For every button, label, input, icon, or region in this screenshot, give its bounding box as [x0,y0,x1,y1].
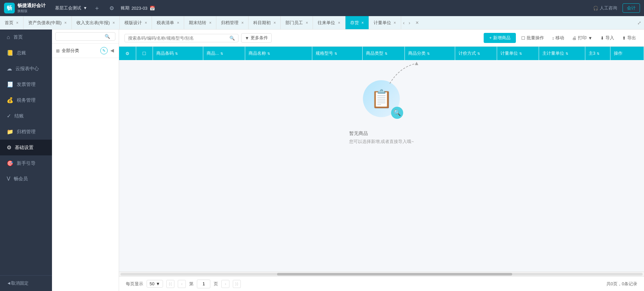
sidebar-item-home-label: 首页 [13,34,23,40]
product-search-box[interactable]: 🔍 [124,34,238,42]
calendar-icon[interactable]: 📅 [150,6,155,11]
batch-icon: ☐ [521,36,525,41]
product-search-input[interactable] [128,36,227,41]
tab-subject[interactable]: 科目期初 × [249,16,281,29]
page-prev-button[interactable]: ‹ [178,280,186,288]
main-layout: ⌂ 首页 📒 总账 ☁ 云报表中心 🧾 发票管理 💰 税务管理 ✓ 结账 📁 归… [0,30,644,291]
batch-label: 批量操作 [527,35,544,41]
col-extra[interactable]: 主3⇅ [585,47,610,60]
page-size-select[interactable]: 50 ▼ [147,280,163,288]
settings-icon[interactable]: ⚙ [107,5,117,11]
import-button[interactable]: ⬇ 导入 [598,34,617,42]
cancel-pin-label: ◄取消固定 [7,280,29,286]
tab-subject-close[interactable]: × [273,20,276,25]
scrollbar-thumb[interactable] [277,273,512,276]
tab-dept-close[interactable]: × [306,20,308,25]
col-checkbox[interactable]: ☐ [136,47,153,60]
sidebar-item-basic[interactable]: ⚙ 基础设置 [0,140,52,155]
col-main-unit[interactable]: 主计量单位⇅ [539,47,585,60]
page-number-input[interactable] [197,280,210,288]
col-settings[interactable]: ⚙ [119,47,136,60]
col-pricing[interactable]: 计价方式⇅ [455,47,497,60]
tab-balance-close[interactable]: × [64,20,67,25]
sidebar-item-invoice[interactable]: 🧾 发票管理 [0,77,52,92]
support-button[interactable]: 🎧 人工咨询 [593,5,617,11]
tab-income[interactable]: 收入支出表(年报) × [72,16,120,29]
tab-tax-close[interactable]: × [177,20,179,25]
tab-income-close[interactable]: × [112,20,115,25]
col-barcode[interactable]: 商品条码⇅ [153,47,203,60]
tab-inventory[interactable]: 存货 × [345,16,369,29]
tab-nav-prev[interactable]: ‹ [401,16,407,29]
tab-period-end-close[interactable]: × [209,20,211,25]
col-type[interactable]: 商品类型⇅ [363,47,405,60]
batch-button[interactable]: ☐ 批量操作 [519,34,547,42]
tab-archive-close[interactable]: × [241,20,244,25]
tab-period-end-label: 期末结转 [189,20,206,26]
company-selector[interactable]: 基层工会测试 ▼ [55,5,87,11]
tab-close-all[interactable]: × [412,16,422,29]
sort-barcode-icon: ⇅ [175,52,178,55]
content-right: 🔍 ▼ 更多条件 + 新增商品 ☐ 批量操作 ↕ 移动 [119,30,644,291]
sort-pricing-icon: ⇅ [477,52,480,55]
col-unit[interactable]: 计量单位⇅ [497,47,539,60]
add-product-button[interactable]: + 新增商品 [484,33,516,43]
sidebar-item-archive[interactable]: 📁 归档管理 [0,124,52,140]
sidebar-item-vip[interactable]: V 畅会员 [0,171,52,187]
print-icon: 🖨 [572,36,577,41]
sidebar-item-ledger[interactable]: 📒 总账 [0,45,52,61]
sidebar-item-guide[interactable]: 🎯 新手引导 [0,155,52,171]
col-spec[interactable]: 规格型号⇅ [312,47,363,60]
export-icon: ⬆ [622,36,626,41]
tab-home-close[interactable]: × [16,20,18,25]
left-panel: 🔍 ⊞ 全部分类 ✎ ◀ [52,30,119,291]
tab-partner-close[interactable]: × [338,20,340,25]
sidebar-item-tax[interactable]: 💰 税务管理 [0,92,52,108]
account-button[interactable]: 会计 [623,3,640,13]
tab-partner[interactable]: 往来单位 × [313,16,345,29]
col-category[interactable]: 商品分类⇅ [405,47,455,60]
empty-arrow-decoration [386,60,427,87]
sidebar-item-settle[interactable]: ✓ 结账 [0,108,52,124]
tab-balance[interactable]: 资产负债表(中期) × [23,16,72,29]
tab-template-close[interactable]: × [145,20,147,25]
tab-dept[interactable]: 部门员工 × [281,16,313,29]
sidebar-item-reports[interactable]: ☁ 云报表中心 [0,61,52,77]
category-search-icon[interactable]: 🔍 [105,34,110,39]
tab-unit[interactable]: 计量单位 × [369,16,401,29]
category-search-input[interactable] [59,34,103,39]
tab-unit-close[interactable]: × [394,20,396,25]
page-first-button[interactable]: ⟨⟨ [166,280,174,288]
category-search-box[interactable]: 🔍 [55,32,115,41]
horizontal-scrollbar[interactable] [119,272,644,276]
category-collapse-button[interactable]: ◀ [110,47,115,54]
filter-button[interactable]: ▼ 更多条件 [241,33,272,43]
move-button[interactable]: ↕ 移动 [549,34,567,42]
scrollbar-track[interactable] [120,273,643,276]
tab-tax[interactable]: 税表清单 × [152,16,184,29]
tab-template[interactable]: 模版设计 × [120,16,152,29]
product-search-icon[interactable]: 🔍 [229,36,235,41]
add-tab-button[interactable]: ＋ [91,4,103,12]
col-code[interactable]: 商品...⇅ [203,47,245,60]
table-wrapper[interactable]: ⚙ ☐ 商品条码⇅ 商品...⇅ 商品名称⇅ [119,47,644,272]
tab-expand-button[interactable]: ⤢ [635,16,644,29]
sidebar-item-home[interactable]: ⌂ 首页 [0,30,52,45]
page-next-button[interactable]: › [221,280,229,288]
export-button[interactable]: ⬆ 导出 [620,34,639,42]
header-right: 🎧 人工咨询 会计 [593,3,640,13]
page-last-button[interactable]: ⟩⟩ [233,280,241,288]
print-button[interactable]: 🖨 打印 ▼ [570,34,595,42]
tab-home[interactable]: 首页 × [0,16,23,29]
sort-code-icon: ⇅ [220,52,223,55]
tab-nav-next[interactable]: › [407,16,412,29]
sidebar-item-settle-label: 结账 [14,113,24,119]
tab-archive[interactable]: 归档管理 × [216,16,249,29]
top-header: 畅 畅捷通好会计 旗舰版 基层工会测试 ▼ ＋ ⚙ 账期 2023-03 📅 🎧… [0,0,644,16]
tab-inventory-close[interactable]: × [362,20,364,25]
cloud-icon: ☁ [7,65,12,72]
tab-period-end[interactable]: 期末结转 × [184,16,216,29]
col-name[interactable]: 商品名称⇅ [245,47,312,60]
cancel-pin-button[interactable]: ◄取消固定 [0,275,52,291]
category-edit-button[interactable]: ✎ [100,47,108,54]
